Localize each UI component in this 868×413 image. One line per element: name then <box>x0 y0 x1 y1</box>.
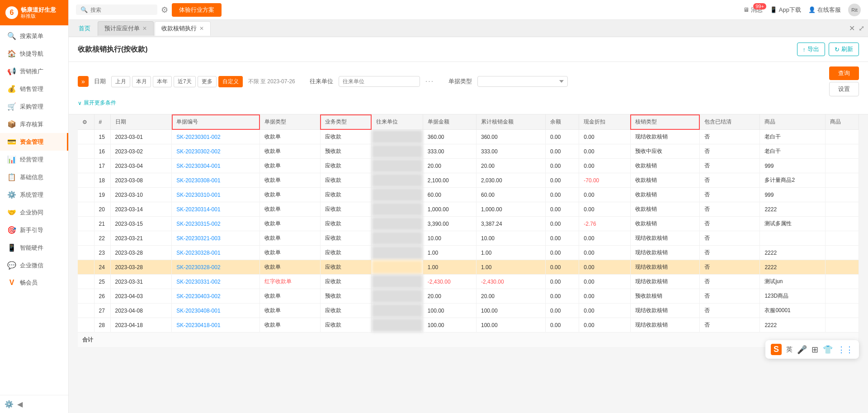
keyboard-icon[interactable]: ⊞ <box>811 345 818 355</box>
table-cell[interactable]: SK-20230304-001 <box>172 159 260 173</box>
table-row[interactable]: 272023-04-08SK-20230408-001收款单应收款████100… <box>78 304 859 318</box>
query-button[interactable]: 查询 <box>829 66 859 80</box>
user-avatar[interactable]: Rit <box>848 4 861 16</box>
table-row[interactable]: 172023-03-04SK-20230304-001收款单应收款████20.… <box>78 159 859 173</box>
table-cell[interactable]: SK-20230331-002 <box>172 275 260 289</box>
sidebar-item-member[interactable]: V 畅会员 <box>0 274 68 291</box>
table-cell[interactable]: SK-20230310-001 <box>172 188 260 202</box>
order-no-link[interactable]: SK-20230408-001 <box>176 308 220 314</box>
table-row[interactable]: 242023-03-28SK-20230328-002收款单应收款████1.0… <box>78 260 859 275</box>
system-icon: ⚙️ <box>7 190 16 199</box>
date-btn-more[interactable]: 更多 <box>198 76 217 87</box>
tab-expand-icon[interactable]: ⤢ <box>859 24 864 33</box>
order-no-link[interactable]: SK-20230304-001 <box>176 163 220 169</box>
sidebar-item-purchase[interactable]: 🛒 采购管理 <box>0 98 68 115</box>
tab-payable[interactable]: 预计应应付单 ✕ <box>98 21 154 36</box>
order-no-link[interactable]: SK-20230315-002 <box>176 221 220 227</box>
sidebar-item-basic[interactable]: 📋 基础信息 <box>0 168 68 186</box>
order-no-link[interactable]: SK-20230301-002 <box>176 134 220 140</box>
sougou-icon[interactable]: S <box>771 344 782 355</box>
sidebar-item-guide[interactable]: 🎯 新手引导 <box>0 221 68 239</box>
sidebar-item-marketing[interactable]: 📢 营销推广 <box>0 62 68 80</box>
sidebar-item-search[interactable]: 🔍 搜索菜单 <box>0 27 68 45</box>
tab-payable-close[interactable]: ✕ <box>142 25 147 32</box>
table-row[interactable]: 152023-03-01SK-20230301-002收款单应收款████360… <box>78 130 859 144</box>
sidebar-item-enterprise[interactable]: 🤝 企业协同 <box>0 204 68 221</box>
app-download-item[interactable]: 📱 App下载 <box>770 6 801 14</box>
unit-input[interactable] <box>339 76 420 87</box>
table-cell[interactable]: SK-20230301-002 <box>172 130 260 144</box>
dots-icon[interactable]: ··· <box>425 77 434 85</box>
order-no-link[interactable]: SK-20230328-002 <box>176 264 220 271</box>
order-no-link[interactable]: SK-20230331-002 <box>176 279 220 285</box>
refresh-button[interactable]: ↻ 刷新 <box>829 43 859 56</box>
table-cell: 应收款 <box>320 318 372 332</box>
table-cell[interactable]: SK-20230321-003 <box>172 231 260 246</box>
th-gear[interactable]: ⚙ <box>78 114 94 130</box>
table-row[interactable]: 222023-03-21SK-20230321-003收款单应收款████10.… <box>78 231 859 246</box>
table-cell[interactable]: SK-20230302-002 <box>172 144 260 159</box>
table-row[interactable]: 282023-04-18SK-20230418-001收款单应收款████100… <box>78 318 859 332</box>
filter-toggle-btn[interactable]: » <box>78 76 89 87</box>
sidebar-item-inventory[interactable]: 📦 库存核算 <box>0 115 68 133</box>
order-no-link[interactable]: SK-20230403-002 <box>176 293 220 299</box>
sidebar-item-system[interactable]: ⚙️ 系统管理 <box>0 186 68 204</box>
date-btn-this-month[interactable]: 本月 <box>132 76 151 87</box>
gear-icon-table[interactable]: ⚙ <box>82 119 87 125</box>
table-cell[interactable]: SK-20230403-002 <box>172 289 260 304</box>
collapse-icon[interactable]: ◀ <box>17 400 23 408</box>
apps-icon[interactable]: ⋮⋮ <box>837 345 854 355</box>
solution-button[interactable]: 体验行业方案 <box>172 3 222 17</box>
table-cell[interactable]: SK-20230328-002 <box>172 260 260 275</box>
order-no-link[interactable]: SK-20230418-001 <box>176 322 220 328</box>
expand-more-btn[interactable]: ∨ 展开更多条件 <box>78 99 859 107</box>
table-row[interactable]: 262023-04-03SK-20230403-002收款单预收款████20.… <box>78 289 859 304</box>
table-cell: 收款核销 <box>630 159 699 173</box>
order-no-link[interactable]: SK-20230302-002 <box>176 148 220 155</box>
order-no-link[interactable]: SK-20230308-001 <box>176 177 220 184</box>
export-button[interactable]: ↑ 导出 <box>797 43 826 56</box>
tab-home[interactable]: 首页 <box>72 21 97 36</box>
sidebar-item-wechat[interactable]: 💬 企业微信 <box>0 256 68 274</box>
table-cell[interactable]: SK-20230308-001 <box>172 173 260 188</box>
shirt-icon[interactable]: 👕 <box>823 345 833 355</box>
date-btn-7days[interactable]: 近7天 <box>174 76 196 87</box>
table-cell[interactable]: SK-20230418-001 <box>172 318 260 332</box>
gear-icon-topbar[interactable]: ⚙ <box>161 5 168 15</box>
table-row[interactable]: 202023-03-14SK-20230314-001收款单应收款████1,0… <box>78 202 859 217</box>
sidebar-label-hardware: 智能硬件 <box>20 244 43 252</box>
english-icon[interactable]: 英 <box>786 346 793 354</box>
tab-collection[interactable]: 收款核销执行 ✕ <box>155 21 211 36</box>
receipt-type-select[interactable] <box>477 76 568 87</box>
setting-button[interactable]: 设置 <box>829 82 859 96</box>
mic-icon[interactable]: 🎤 <box>797 345 807 355</box>
sidebar-item-hardware[interactable]: 📱 智能硬件 <box>0 239 68 256</box>
message-item[interactable]: 🖥 消息 99+ <box>743 6 763 14</box>
tab-collection-close[interactable]: ✕ <box>199 25 204 32</box>
table-row[interactable]: 162023-03-02SK-20230302-002收款单预收款████333… <box>78 144 859 159</box>
table-cell[interactable]: SK-20230408-001 <box>172 304 260 318</box>
tab-close-all-icon[interactable]: ✕ <box>849 24 855 33</box>
date-btn-custom[interactable]: 自定义 <box>218 76 243 87</box>
sidebar-item-sales[interactable]: 💰 销售管理 <box>0 80 68 98</box>
order-no-link[interactable]: SK-20230321-003 <box>176 235 220 242</box>
date-btn-this-year[interactable]: 本年 <box>153 76 172 87</box>
order-no-link[interactable]: SK-20230314-001 <box>176 206 220 213</box>
table-cell[interactable]: SK-20230314-001 <box>172 202 260 217</box>
settings-footer-icon[interactable]: ⚙️ <box>5 400 14 408</box>
service-item[interactable]: 👤 在线客服 <box>808 6 841 14</box>
search-input[interactable] <box>90 7 145 13</box>
table-row[interactable]: 182023-03-08SK-20230308-001收款单应收款████2,1… <box>78 173 859 188</box>
table-row[interactable]: 232023-03-28SK-20230328-001收款单应收款████1.0… <box>78 246 859 260</box>
order-no-link[interactable]: SK-20230310-001 <box>176 192 220 198</box>
table-row[interactable]: 252023-03-31SK-20230331-002红字收款单应收款████-… <box>78 275 859 289</box>
table-cell[interactable]: SK-20230328-001 <box>172 246 260 260</box>
sidebar-item-operation[interactable]: 📊 经营管理 <box>0 151 68 168</box>
table-cell[interactable]: SK-20230315-002 <box>172 217 260 231</box>
sidebar-item-nav[interactable]: 🏠 快捷导航 <box>0 45 68 62</box>
table-row[interactable]: 192023-03-10SK-20230310-001收款单应收款████60.… <box>78 188 859 202</box>
order-no-link[interactable]: SK-20230328-001 <box>176 250 220 256</box>
sidebar-item-finance[interactable]: 💳 资金管理 <box>0 133 68 151</box>
table-row[interactable]: 212023-03-15SK-20230315-002收款单应收款████3,3… <box>78 217 859 231</box>
date-btn-last-month[interactable]: 上月 <box>111 76 130 87</box>
